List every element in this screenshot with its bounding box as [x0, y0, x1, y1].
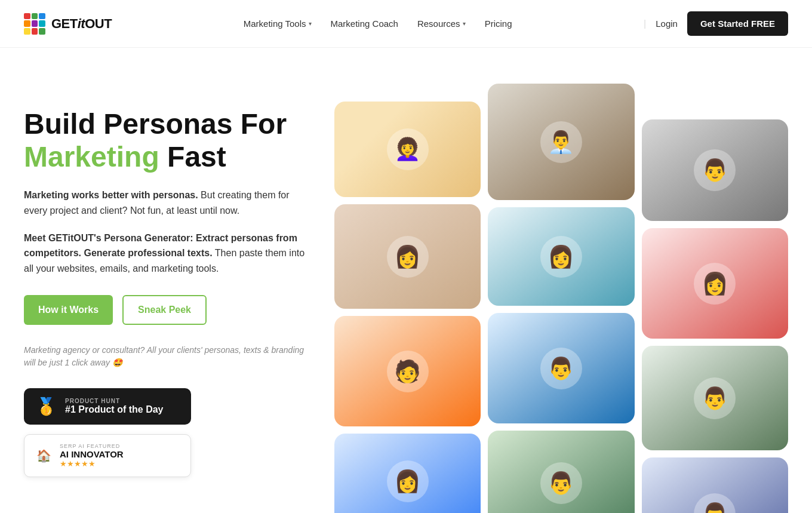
- hero-section: Build Personas For Marketing Fast Market…: [0, 48, 812, 513]
- medal-icon: 🥇: [36, 397, 57, 416]
- person-photo-6: 👩: [642, 228, 788, 339]
- person-icon-9: 👨: [694, 377, 736, 419]
- nav-link-marketing-tools[interactable]: Marketing Tools ▾: [244, 19, 312, 29]
- logo-icon: [24, 13, 45, 35]
- person-icon-8: 👨: [540, 348, 582, 389]
- person-photo-5: 👩: [488, 207, 634, 306]
- person-photo-7: 🧑: [334, 316, 481, 426]
- person-icon-7: 🧑: [387, 351, 429, 392]
- nav-divider: |: [644, 19, 646, 29]
- get-started-button[interactable]: Get Started FREE: [687, 11, 788, 36]
- hero-buttons: How it Works Sneak Peek: [24, 295, 310, 325]
- person-photo-11: 👨: [488, 431, 634, 513]
- person-icon-11: 👨: [540, 462, 582, 504]
- badges-container: 🥇 PRODUCT HUNT #1 Product of the Day 🏠 S…: [24, 388, 310, 477]
- logo[interactable]: GETitOUT: [24, 13, 112, 35]
- hero-subtext: Marketing agency or consultant? All your…: [24, 344, 310, 369]
- person-photo-8: 👨: [488, 313, 634, 423]
- ai-innovator-badge[interactable]: 🏠 SERP AI Featured AI INNOVATOR ★★★★★: [24, 434, 191, 477]
- person-icon-4: 👩: [387, 236, 429, 278]
- logo-text: GETitOUT: [51, 16, 112, 32]
- person-icon-10: 👩: [387, 460, 429, 502]
- how-it-works-button[interactable]: How it Works: [24, 295, 113, 325]
- person-photo-2: 👨‍💼: [488, 84, 634, 200]
- hero-title: Build Personas For Marketing Fast: [24, 107, 310, 173]
- ph-badge-text: PRODUCT HUNT #1 Product of the Day: [65, 398, 163, 415]
- login-button[interactable]: Login: [656, 19, 678, 29]
- person-icon-12: 👨: [694, 493, 736, 513]
- nav-link-marketing-coach[interactable]: Marketing Coach: [331, 19, 398, 29]
- sneak-peek-button[interactable]: Sneak Peek: [122, 295, 207, 325]
- navbar: GETitOUT Marketing Tools ▾ Marketing Coa…: [0, 0, 812, 48]
- nav-actions: | Login Get Started FREE: [644, 11, 788, 36]
- person-photo-1: 👩‍🦱: [334, 102, 481, 197]
- ai-badge-text: SERP AI Featured AI INNOVATOR ★★★★★: [60, 443, 124, 468]
- person-icon-1: 👩‍🦱: [387, 128, 429, 170]
- ai-logo-icon: 🏠: [36, 449, 51, 463]
- hero-left: Build Personas For Marketing Fast Market…: [24, 84, 310, 477]
- hero-description-1: Marketing works better with personas. Bu…: [24, 188, 310, 218]
- person-icon-6: 👩: [694, 263, 736, 305]
- nav-link-resources[interactable]: Resources ▾: [417, 19, 466, 29]
- nav-links: Marketing Tools ▾ Marketing Coach Resour…: [244, 19, 512, 29]
- hero-photo-grid: 👩‍🦱 👩 🧑 👩 👨‍💼 👩 👨 👨: [334, 84, 788, 513]
- chevron-down-icon: ▾: [309, 20, 312, 27]
- person-icon-2: 👨‍💼: [540, 121, 582, 163]
- photo-col-3: 👨 👩 👨 👨 👩: [642, 119, 788, 513]
- person-photo-12: 👨: [642, 457, 788, 513]
- product-hunt-badge[interactable]: 🥇 PRODUCT HUNT #1 Product of the Day: [24, 388, 191, 425]
- person-photo-10: 👩: [334, 434, 481, 513]
- person-photo-3: 👨: [642, 119, 788, 221]
- nav-link-pricing[interactable]: Pricing: [485, 19, 512, 29]
- person-icon-5: 👩: [540, 236, 582, 278]
- person-photo-9: 👨: [642, 346, 788, 450]
- chevron-down-icon-2: ▾: [463, 20, 466, 27]
- person-icon-3: 👨: [694, 149, 736, 191]
- hero-description-2: Meet GETitOUT's Persona Generator: Extra…: [24, 231, 310, 277]
- photo-col-1: 👩‍🦱 👩 🧑 👩: [334, 102, 481, 513]
- photo-col-2: 👨‍💼 👩 👨 👨 👨: [488, 84, 634, 513]
- person-photo-4: 👩: [334, 204, 481, 309]
